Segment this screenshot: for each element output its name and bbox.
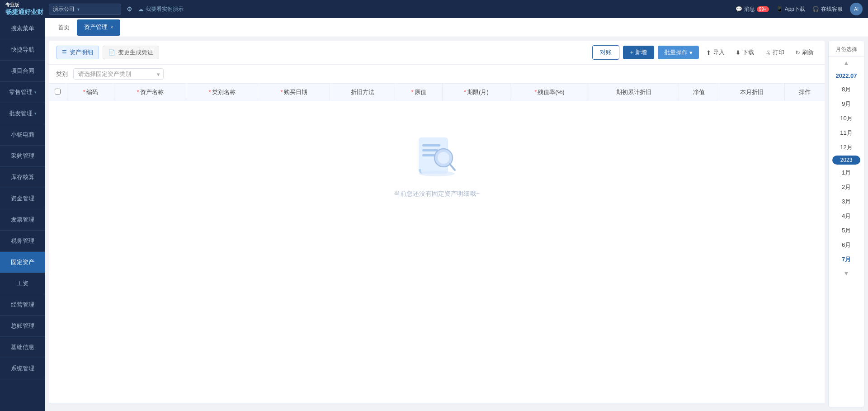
month-picker-nav: ▲ xyxy=(829,57,864,69)
category-select-wrap: 请选择固定资产类别 xyxy=(73,68,164,80)
top-bar-right: 💬 消息 99+ 📱 App下载 🎧 在线客服 Ai xyxy=(736,3,863,15)
main-panel: ☰ 资产明细 📄 变更生成凭证 对账 + 新增 批量操作 ▾ xyxy=(49,41,825,407)
category-select[interactable]: 请选择固定资产类别 xyxy=(73,68,164,80)
sidebar-item-wholesale[interactable]: 批发管理 ▾ xyxy=(0,103,45,124)
month-picker-header: 月份选择 xyxy=(829,43,864,57)
sidebar-item-inventory[interactable]: 库存核算 xyxy=(0,167,45,188)
month-item-2[interactable]: 2月 xyxy=(829,180,864,194)
sidebar-item-finance[interactable]: 资金管理 xyxy=(0,188,45,209)
sidebar-item-invoice[interactable]: 发票管理 xyxy=(0,209,45,231)
tab-asset-mgmt[interactable]: 资产管理 × xyxy=(77,19,120,36)
sidebar-item-basic[interactable]: 基础信息 xyxy=(0,337,45,358)
message-badge: 99+ xyxy=(757,6,769,12)
month-item-5[interactable]: 5月 xyxy=(829,223,864,238)
company-selector[interactable]: 演示公司 ▾ xyxy=(49,4,121,15)
chevron-down-icon: ▾ xyxy=(34,111,37,116)
category-label: 类别 xyxy=(56,70,68,78)
sidebar-item-ecom[interactable]: 小畅电商 xyxy=(0,124,45,146)
month-item-4[interactable]: 4月 xyxy=(829,209,864,223)
month-item-11[interactable]: 11月 xyxy=(829,126,864,140)
page-content: ☰ 资产明细 📄 变更生成凭证 对账 + 新增 批量操作 ▾ xyxy=(45,37,868,411)
import-button[interactable]: ⬆ 导入 xyxy=(703,46,728,59)
month-item-8[interactable]: 8月 xyxy=(829,82,864,97)
month-down-arrow[interactable]: ▼ xyxy=(840,269,852,278)
app-download-button[interactable]: 📱 App下载 xyxy=(776,5,805,13)
sidebar-item-tax[interactable]: 税务管理 xyxy=(0,231,45,252)
online-service-button[interactable]: 🎧 在线客服 xyxy=(812,5,843,13)
month-item-current[interactable]: 2022.07 xyxy=(829,69,864,82)
add-button[interactable]: + 新增 xyxy=(623,46,654,59)
th-depreciation-method: 折旧方法 xyxy=(330,84,395,101)
top-bar: 专业版 畅捷通好业财 演示公司 ▾ ⚙ ☁ 我要看实例演示 💬 消息 99+ 📱… xyxy=(0,0,868,18)
svg-rect-3 xyxy=(422,149,438,151)
empty-state: 当前您还没有固定资产明细哦~ xyxy=(49,101,825,225)
month-item-6[interactable]: 6月 xyxy=(829,238,864,252)
app-logo: 专业版 畅捷通好业财 xyxy=(5,2,43,16)
month-item-10[interactable]: 10月 xyxy=(829,111,864,126)
demo-link[interactable]: ☁ 我要看实例演示 xyxy=(138,5,184,13)
sidebar-item-shortcut[interactable]: 快捷导航 xyxy=(0,39,45,61)
month-up-arrow[interactable]: ▲ xyxy=(840,58,852,67)
th-net-value: 净值 xyxy=(679,84,719,101)
month-item-7[interactable]: 7月 xyxy=(829,252,864,267)
sidebar-item-retail[interactable]: 零售管理 ▾ xyxy=(0,82,45,103)
close-icon[interactable]: × xyxy=(110,24,113,30)
tab-asset-detail[interactable]: ☰ 资产明细 xyxy=(56,46,99,59)
toolbar: ☰ 资产明细 📄 变更生成凭证 对账 + 新增 批量操作 ▾ xyxy=(49,41,825,65)
download-icon: ⬇ xyxy=(736,49,741,56)
svg-rect-4 xyxy=(422,154,436,156)
assets-table: 编码 资产名称 类别名称 购买日期 折旧方法 原值 期限(月) 残值率(%) 期… xyxy=(49,84,825,225)
refresh-icon: ↻ xyxy=(795,49,800,56)
sidebar-item-fixed-assets[interactable]: 固定资产 xyxy=(0,252,45,273)
download-button[interactable]: ⬇ 下载 xyxy=(732,46,758,59)
sidebar-item-ledger[interactable]: 总账管理 xyxy=(0,316,45,337)
list-icon: ☰ xyxy=(62,49,67,56)
month-picker-panel: 月份选择 ▲ 2022.07 8月 9月 10月 11月 12月 2023 1月… xyxy=(828,41,864,407)
import-icon: ⬆ xyxy=(706,49,711,56)
sidebar-item-mgmt[interactable]: 经营管理 xyxy=(0,294,45,316)
chevron-down-icon: ▾ xyxy=(34,90,37,94)
th-asset-name: 资产名称 xyxy=(114,84,186,101)
headset-icon: 🎧 xyxy=(812,6,819,12)
doc-icon: 📄 xyxy=(108,49,115,56)
batch-operation-button[interactable]: 批量操作 ▾ xyxy=(658,46,699,59)
cloud-icon: ☁ xyxy=(138,6,144,13)
empty-illustration xyxy=(410,128,464,183)
nav-tabs: 首页 资产管理 × xyxy=(45,18,868,37)
sidebar-item-system[interactable]: 系统管理 xyxy=(0,358,45,379)
company-name: 演示公司 xyxy=(53,5,75,13)
toolbar-right: 对账 + 新增 批量操作 ▾ ⬆ 导入 ⬇ 下载 xyxy=(592,45,817,60)
avatar[interactable]: Ai xyxy=(850,3,863,15)
bottom-scrollbar[interactable] xyxy=(49,403,825,407)
sidebar-item-purchase[interactable]: 采购管理 xyxy=(0,146,45,167)
message-button[interactable]: 💬 消息 99+ xyxy=(736,5,769,13)
main-layout: 搜索菜单 快捷导航 项目合同 零售管理 ▾ 批发管理 ▾ 小畅电商 采购管理 库… xyxy=(0,18,868,411)
svg-line-7 xyxy=(450,164,455,170)
th-original-value: 原值 xyxy=(395,84,443,101)
svg-point-6 xyxy=(438,152,449,164)
settings-icon[interactable]: ⚙ xyxy=(127,5,132,13)
refresh-button[interactable]: ↻ 刷新 xyxy=(792,46,817,59)
tab-home[interactable]: 首页 xyxy=(51,20,77,35)
chevron-down-icon: ▾ xyxy=(689,49,693,56)
print-button[interactable]: 🖨 打印 xyxy=(761,46,788,59)
th-purchase-date: 购买日期 xyxy=(258,84,330,101)
month-item-3[interactable]: 3月 xyxy=(829,194,864,209)
logo-subtitle: 专业版 xyxy=(5,2,43,8)
select-all-checkbox[interactable] xyxy=(55,89,61,94)
month-item-9[interactable]: 9月 xyxy=(829,97,864,111)
month-item-12[interactable]: 12月 xyxy=(829,140,864,155)
print-icon: 🖨 xyxy=(765,49,771,56)
month-item-1[interactable]: 1月 xyxy=(829,165,864,180)
tab-change-voucher[interactable]: 📄 变更生成凭证 xyxy=(103,46,159,59)
sidebar-item-salary[interactable]: 工资 xyxy=(0,273,45,294)
empty-text: 当前您还没有固定资产明细哦~ xyxy=(394,190,480,198)
sidebar-item-search[interactable]: 搜索菜单 xyxy=(0,18,45,39)
year-badge-2023: 2023 xyxy=(832,156,860,165)
sidebar-item-project[interactable]: 项目合同 xyxy=(0,61,45,82)
phone-icon: 📱 xyxy=(776,6,783,12)
th-checkbox xyxy=(49,84,67,101)
th-operation: 操作 xyxy=(784,84,825,101)
th-category-name: 类别名称 xyxy=(186,84,258,101)
reconcile-button[interactable]: 对账 xyxy=(592,45,619,60)
